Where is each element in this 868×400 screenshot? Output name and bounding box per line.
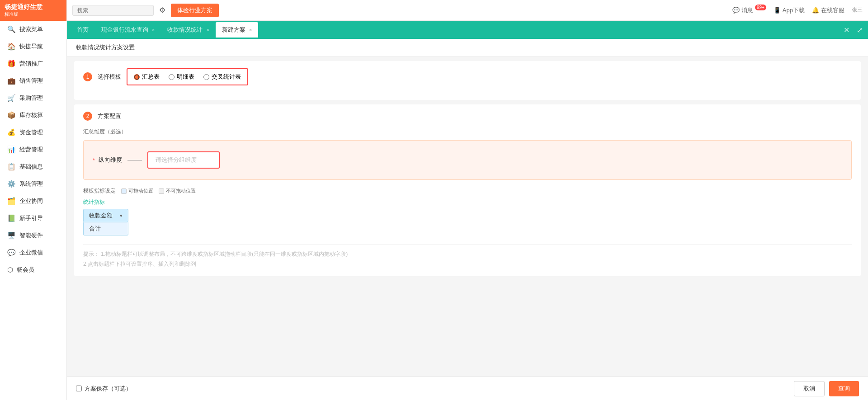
message-item[interactable]: 💬 消息 99+ [732, 6, 766, 14]
vertical-dimension-label: 纵向维度 [99, 156, 122, 164]
metrics-header: 模板指标设定 可拖动位置 不可拖动位置 [83, 187, 852, 195]
step2-row: 2 方案配置 [83, 112, 852, 121]
sidebar-logo: 畅捷通好生意 标准版 [0, 0, 66, 21]
wechat-icon: 💬 [7, 249, 16, 257]
tabbar-right: ✕ ⤢ [842, 24, 864, 36]
step1-badge: 1 [83, 72, 92, 81]
logo-badge: 标准版 [5, 11, 42, 18]
tab-payment-stat-label: 收款情况统计 [167, 26, 203, 34]
sidebar-item-business[interactable]: 📊 经营管理 [0, 141, 66, 158]
app-download-item[interactable]: 📱 App下载 [774, 6, 805, 14]
guide-icon: 📗 [7, 214, 16, 222]
sidebar-item-enterprise[interactable]: 🗂️ 企业协同 [0, 193, 66, 210]
sidebar-label-purchase: 采购管理 [19, 94, 43, 102]
tab-payment-stat-close[interactable]: × [206, 27, 209, 33]
unmovable-dot [159, 188, 164, 194]
sidebar-item-inventory[interactable]: 📦 库存核算 [0, 107, 66, 124]
sales-icon: 💼 [7, 77, 16, 85]
tab-new-plan-label: 新建方案 [222, 26, 245, 34]
step2-badge: 2 [83, 112, 92, 121]
message-icon: 💬 [732, 7, 740, 14]
app-download-label: App下载 [783, 6, 805, 14]
content-area: 收款情况统计方案设置 1 选择模板 汇总表 明细表 [67, 39, 868, 400]
basic-info-icon: 📋 [7, 163, 16, 171]
tab-home-label: 首页 [77, 26, 89, 33]
enterprise-icon: 🗂️ [7, 197, 16, 205]
radio-cross-input[interactable] [203, 74, 209, 80]
sidebar-item-finance[interactable]: 💰 资金管理 [0, 124, 66, 141]
movable-dot [121, 188, 127, 194]
online-service-label: 在线客服 [821, 6, 844, 14]
metric-tag-payment[interactable]: 收款金额 ▾ [83, 209, 128, 222]
finance-icon: 💰 [7, 128, 16, 136]
sidebar-label-quick-nav: 快捷导航 [19, 42, 43, 51]
dimension-selector[interactable]: 请选择分组维度 [147, 151, 220, 169]
tab-close-all-icon[interactable]: ✕ [842, 24, 851, 36]
tab-bank-flow-close[interactable]: × [152, 27, 155, 33]
cancel-button[interactable]: 取消 [794, 381, 825, 396]
radio-cross-label: 交叉统计表 [212, 73, 241, 81]
marketing-icon: 🎁 [7, 60, 16, 68]
tab-bank-flow[interactable]: 现金银行流水查询 × [95, 22, 161, 38]
template-radio-group: 汇总表 明细表 交叉统计表 [134, 73, 241, 81]
purchase-icon: 🛒 [7, 94, 16, 102]
hardware-icon: 🖥️ [7, 231, 16, 240]
sidebar-label-business: 经营管理 [19, 146, 43, 154]
topbar-right: 💬 消息 99+ 📱 App下载 🔔 在线客服 张三 [732, 6, 863, 14]
user-name: 张三 [852, 6, 863, 14]
main-area: ⚙ 体验行业方案 💬 消息 99+ 📱 App下载 🔔 在线客服 张三 首页 现… [67, 0, 868, 400]
message-badge: 99+ [755, 5, 766, 10]
radio-summary-label: 汇总表 [142, 73, 160, 81]
tab-expand-icon[interactable]: ⤢ [855, 24, 864, 36]
sidebar-item-hardware[interactable]: 🖥️ 智能硬件 [0, 227, 66, 244]
radio-cross[interactable]: 交叉统计表 [203, 73, 241, 81]
query-button[interactable]: 查询 [829, 381, 859, 396]
search-input[interactable] [72, 5, 154, 16]
movable-label: 可拖动位置 [128, 188, 153, 194]
radio-summary[interactable]: 汇总表 [134, 73, 160, 81]
sidebar-item-purchase[interactable]: 🛒 采购管理 [0, 89, 66, 107]
sidebar-item-guide[interactable]: 📗 新手引导 [0, 210, 66, 227]
step1-row: 1 选择模板 汇总表 明细表 交叉统计表 [83, 68, 852, 85]
save-checkbox[interactable] [76, 386, 82, 391]
radio-detail-input[interactable] [169, 74, 175, 80]
save-label: 方案保存（可选） [85, 385, 132, 393]
stat-label: 统计指标 [83, 198, 128, 206]
bottom-buttons: 取消 查询 [794, 381, 859, 396]
member-icon: ⬡ [7, 266, 13, 274]
radio-detail[interactable]: 明细表 [169, 73, 194, 81]
sidebar-item-quick-nav[interactable]: 🏠 快捷导航 [0, 38, 66, 55]
sidebar-item-system[interactable]: ⚙️ 系统管理 [0, 175, 66, 193]
save-option[interactable]: 方案保存（可选） [76, 385, 132, 393]
online-service-item[interactable]: 🔔 在线客服 [812, 6, 844, 14]
tab-new-plan-close[interactable]: × [249, 27, 252, 33]
dimension-required-star: * [93, 157, 95, 164]
tab-home[interactable]: 首页 [71, 22, 95, 38]
tab-new-plan[interactable]: 新建方案 × [216, 22, 258, 38]
quick-nav-icon: 🏠 [7, 42, 16, 51]
sidebar-label-wechat: 企业微信 [19, 249, 43, 257]
metric-total: 合计 [83, 222, 128, 235]
search-menu-icon: 🔍 [7, 25, 16, 33]
hint-item-1: 提示： 1.拖动标题栏可以调整布局，不可跨维度或指标区域拖动栏目段(只能在同一维… [83, 249, 852, 259]
step1-panel: 1 选择模板 汇总表 明细表 交叉统计表 [74, 61, 861, 100]
sidebar-item-wechat[interactable]: 💬 企业微信 [0, 244, 66, 261]
sidebar-item-basic-info[interactable]: 📋 基础信息 [0, 158, 66, 175]
dimension-title: 汇总维度（必选） [83, 128, 852, 136]
sidebar-item-search-menu[interactable]: 🔍 搜索菜单 [0, 21, 66, 38]
trial-button[interactable]: 体验行业方案 [171, 4, 219, 17]
metrics-title: 模板指标设定 [83, 187, 116, 195]
movable-badge: 可拖动位置 [121, 188, 153, 194]
template-selection-box: 汇总表 明细表 交叉统计表 [127, 68, 248, 85]
sidebar-item-marketing[interactable]: 🎁 营销推广 [0, 55, 66, 72]
tab-payment-stat[interactable]: 收款情况统计 × [161, 22, 215, 38]
page-title: 收款情况统计方案设置 [67, 39, 868, 56]
sidebar-item-member[interactable]: ⬡ 畅会员 [0, 261, 66, 278]
metrics-grid: 统计指标 收款金额 ▾ 合计 [83, 198, 852, 235]
business-icon: 📊 [7, 146, 16, 154]
sidebar-label-enterprise: 企业协同 [19, 197, 43, 205]
gear-icon[interactable]: ⚙ [159, 6, 165, 14]
tabbar: 首页 现金银行流水查询 × 收款情况统计 × 新建方案 × ✕ ⤢ [67, 21, 868, 39]
radio-summary-input[interactable] [134, 74, 140, 80]
sidebar-item-sales[interactable]: 💼 销售管理 [0, 72, 66, 89]
